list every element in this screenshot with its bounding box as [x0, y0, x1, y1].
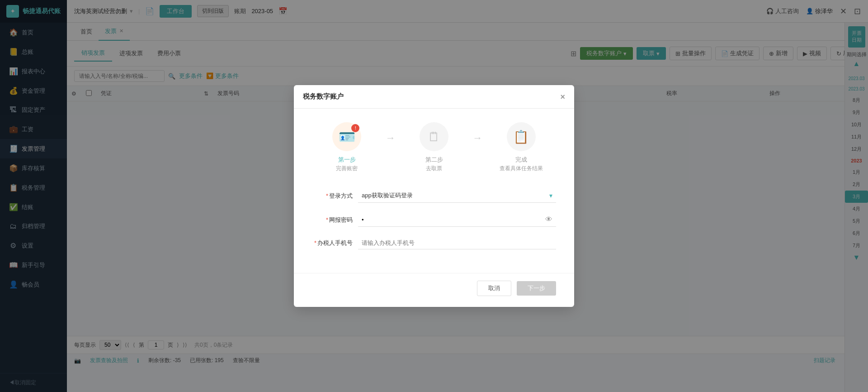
dialog-footer: 取消 下一步: [294, 273, 574, 307]
next-button[interactable]: 下一步: [517, 281, 556, 296]
step-2-icon-wrap: 🗒: [420, 122, 448, 151]
password-input[interactable]: [362, 216, 545, 223]
password-field-wrap: 👁: [358, 213, 556, 227]
login-method-value: app获取验证码登录: [362, 191, 413, 200]
step-1-label: 第一步: [338, 156, 356, 164]
password-eye-icon[interactable]: 👁: [545, 215, 552, 224]
step-1-badge: !: [351, 124, 359, 132]
dialog-body: 🪪 ! 第一步 完善账密 → 🗒 第二步 去取票 →: [294, 109, 574, 273]
step-arrow-2: →: [472, 132, 482, 144]
login-method-select[interactable]: app获取验证码登录 ▾: [358, 189, 556, 203]
step-3-label: 完成: [515, 156, 527, 164]
step-arrow-1: →: [386, 132, 396, 144]
step-2-icon: 🗒: [428, 129, 440, 144]
password-label: 网报密码: [312, 216, 353, 224]
dialog-close-button[interactable]: ×: [560, 93, 565, 101]
step-2: 🗒 第二步 去取票: [399, 122, 469, 172]
step-1: 🪪 ! 第一步 完善账密: [312, 122, 382, 172]
login-method-row: 登录方式 app获取验证码登录 ▾: [312, 189, 556, 203]
step-2-label: 第二步: [425, 156, 443, 164]
password-row: 网报密码 👁: [312, 213, 556, 227]
step-3-desc: 查看具体任务结果: [500, 165, 543, 172]
login-method-label: 登录方式: [312, 192, 353, 200]
step-2-desc: 去取票: [426, 165, 442, 172]
step-1-desc: 完善账密: [336, 165, 358, 172]
steps-indicator: 🪪 ! 第一步 完善账密 → 🗒 第二步 去取票 →: [312, 122, 556, 172]
tax-account-dialog: 税务数字账户 × 🪪 ! 第一步 完善账密 →: [294, 85, 574, 307]
step-3-icon: 📋: [513, 129, 529, 144]
dialog-header: 税务数字账户 ×: [294, 85, 574, 109]
login-method-arrow-icon: ▾: [549, 192, 552, 199]
phone-label: 办税人手机号: [312, 239, 353, 247]
step-3: 📋 完成 查看具体任务结果: [486, 122, 556, 172]
step-1-icon-wrap: 🪪 !: [332, 122, 361, 151]
step-3-icon-wrap: 📋: [507, 122, 536, 151]
modal-overlay: 税务数字账户 × 🪪 ! 第一步 完善账密 →: [0, 0, 868, 392]
cancel-button[interactable]: 取消: [477, 281, 511, 296]
phone-input[interactable]: [358, 237, 556, 249]
dialog-title: 税务数字账户: [303, 92, 344, 101]
phone-row: 办税人手机号: [312, 237, 556, 249]
